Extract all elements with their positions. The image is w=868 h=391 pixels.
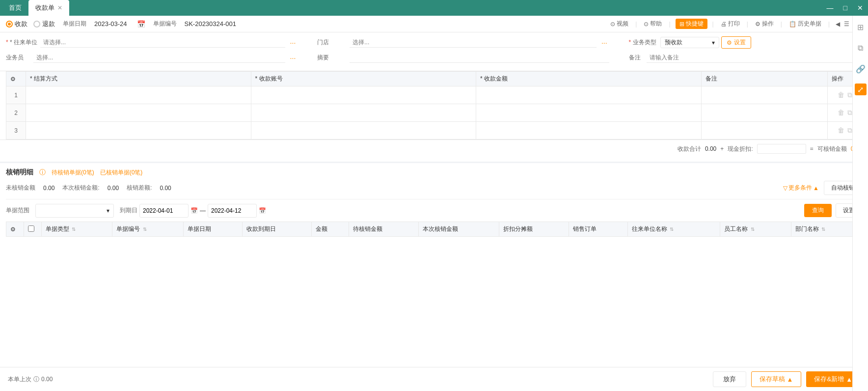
range-label: 单据范围 bbox=[6, 206, 29, 215]
calendar-to-icon[interactable]: 📅 bbox=[259, 207, 266, 214]
cell-amount-1[interactable] bbox=[476, 86, 702, 104]
summary-input[interactable] bbox=[350, 53, 609, 63]
shortcut-btn[interactable]: ⊞ 快捷键 bbox=[676, 19, 707, 29]
print-btn[interactable]: 🖨 打印 bbox=[719, 19, 742, 29]
operations-btn[interactable]: ⚙ 操作 bbox=[753, 19, 776, 29]
form-section: * * 往来单位 ··· 门店 ··· * 业务类型 预收款 ▾ bbox=[0, 32, 868, 71]
cell-account-2[interactable] bbox=[251, 104, 476, 122]
remark-label: 备注 bbox=[629, 54, 644, 62]
cell-account-1[interactable] bbox=[251, 86, 476, 104]
bottom-col-staff[interactable]: 员工名称 ⇅ bbox=[720, 222, 791, 237]
operations-label: 操作 bbox=[762, 20, 774, 28]
cell-remark-1[interactable] bbox=[701, 86, 828, 104]
window-maximize-btn[interactable]: □ bbox=[841, 3, 850, 13]
footer-label: 本单上次 bbox=[8, 375, 31, 384]
staff-more-btn[interactable]: ··· bbox=[288, 54, 298, 62]
bottom-col-settings[interactable]: ⚙ bbox=[6, 222, 24, 237]
sidebar-expand-icon[interactable]: ⤢ bbox=[855, 84, 867, 95]
bottom-col-partner[interactable]: 往来单位名称 ⇅ bbox=[627, 222, 720, 237]
unchecked-label: 未核销金额 bbox=[6, 184, 35, 192]
done-tab-link[interactable]: 已核销单据(0笔) bbox=[100, 168, 143, 177]
cell-amount-3[interactable] bbox=[476, 122, 702, 140]
layout-list-icon[interactable]: ☰ bbox=[843, 20, 850, 28]
info-icon[interactable]: ⓘ bbox=[39, 168, 46, 177]
row-delete-btn-2[interactable]: 🗑 bbox=[838, 109, 844, 117]
row-delete-btn-3[interactable]: 🗑 bbox=[838, 126, 844, 135]
bottom-col-docdate: 单据日期 bbox=[183, 222, 242, 237]
tab-close-icon[interactable]: ✕ bbox=[57, 4, 62, 11]
sidebar-attachment-icon[interactable]: 🔗 bbox=[854, 62, 868, 76]
row-delete-btn-1[interactable]: 🗑 bbox=[838, 91, 844, 99]
select-all-checkbox[interactable] bbox=[28, 225, 34, 232]
partner-label: * * 往来单位 bbox=[6, 38, 37, 47]
row-copy-btn-1[interactable]: ⧉ bbox=[847, 91, 852, 99]
cell-remark-2[interactable] bbox=[701, 104, 828, 122]
layout-prev-icon[interactable]: ◀ bbox=[835, 20, 841, 28]
form-row-1: * * 往来单位 ··· 门店 ··· * 业务类型 预收款 ▾ bbox=[6, 36, 862, 49]
radio-refund[interactable]: 退款 bbox=[33, 20, 55, 28]
table-row: 1 🗑 ⧉ bbox=[6, 86, 862, 104]
radio-collect[interactable]: 收款 bbox=[6, 20, 27, 28]
gear-icon: ⚙ bbox=[727, 39, 732, 46]
pending-tab-link[interactable]: 待核销单据(0笔) bbox=[52, 168, 94, 177]
reconcile-header: 核销明细 ⓘ 待核销单据(0笔) 已核销单据(0笔) bbox=[6, 168, 862, 177]
tab-receipt-label: 收款单 bbox=[35, 3, 54, 12]
window-minimize-btn[interactable]: — bbox=[824, 3, 837, 13]
date-to-input[interactable] bbox=[208, 204, 257, 218]
bottom-col-dept[interactable]: 部门名称 ⇅ bbox=[791, 222, 862, 237]
staff-input[interactable] bbox=[33, 53, 285, 63]
cell-settlement-1[interactable] bbox=[26, 86, 251, 104]
sidebar-table-icon[interactable]: ⊞ bbox=[855, 21, 866, 34]
plus-sign: + bbox=[720, 145, 724, 152]
col-settings-header[interactable]: ⚙ bbox=[6, 72, 26, 86]
col-settlement-header: * 结算方式 bbox=[26, 72, 251, 86]
query-btn[interactable]: 查询 bbox=[804, 204, 832, 217]
shop-label: 门店 bbox=[317, 38, 347, 47]
row-num-2: 2 bbox=[6, 104, 26, 122]
current-label: 本次核销金额: bbox=[62, 184, 99, 192]
shop-more-btn[interactable]: ··· bbox=[599, 39, 609, 47]
range-select[interactable]: ▾ bbox=[35, 204, 114, 218]
window-controls: — □ ✕ bbox=[824, 3, 866, 13]
window-close-btn[interactable]: ✕ bbox=[854, 3, 866, 13]
calendar-from-icon[interactable]: 📅 bbox=[190, 207, 198, 214]
cell-account-3[interactable] bbox=[251, 122, 476, 140]
tab-home-label: 首页 bbox=[9, 3, 22, 12]
cell-remark-3[interactable] bbox=[701, 122, 828, 140]
more-conditions-btn[interactable]: ▽ 更多条件 ▲ bbox=[783, 184, 819, 192]
tab-bar: 首页 收款单 ✕ — □ ✕ bbox=[0, 0, 868, 16]
bottom-col-docnum[interactable]: 单据编号 ⇅ bbox=[112, 222, 183, 237]
remark-input[interactable] bbox=[647, 53, 862, 63]
partner-input[interactable] bbox=[40, 37, 285, 48]
history-btn[interactable]: 📋 历史单据 bbox=[787, 19, 823, 29]
sidebar-layers-icon[interactable]: ⧉ bbox=[856, 42, 865, 55]
help-btn[interactable]: ⊙ 帮助 bbox=[642, 19, 664, 29]
verifiable-label: 可核销金额 bbox=[817, 145, 847, 153]
collect-total-value: 0.00 bbox=[705, 145, 716, 152]
tab-receipt[interactable]: 收款单 ✕ bbox=[28, 0, 69, 16]
tab-home[interactable]: 首页 bbox=[2, 0, 28, 16]
business-type-label: * 业务类型 bbox=[629, 38, 658, 47]
bottom-col-checkbox[interactable] bbox=[24, 222, 42, 237]
save-draft-btn[interactable]: 保存草稿 ▲ bbox=[751, 371, 802, 387]
abandon-btn[interactable]: 放弃 bbox=[713, 371, 746, 387]
settings-button[interactable]: ⚙ 设置 bbox=[721, 36, 751, 49]
business-type-select[interactable]: 预收款 ▾ bbox=[660, 37, 719, 48]
calendar-icon[interactable]: 📅 bbox=[137, 20, 145, 28]
row-copy-btn-2[interactable]: ⧉ bbox=[847, 109, 852, 117]
main-table: ⚙ * 结算方式 * 收款账号 * 收款金额 备注 操作 1 bbox=[6, 71, 862, 140]
diff-label: 核销差额: bbox=[127, 184, 152, 192]
discount-input[interactable] bbox=[757, 144, 806, 154]
bottom-col-doctype[interactable]: 单据类型 ⇅ bbox=[42, 222, 112, 237]
range-chevron-icon: ▾ bbox=[107, 207, 109, 214]
cell-amount-2[interactable] bbox=[476, 104, 702, 122]
partner-more-btn[interactable]: ··· bbox=[288, 39, 298, 47]
cell-settlement-2[interactable] bbox=[26, 104, 251, 122]
date-from-input[interactable] bbox=[139, 204, 189, 218]
shop-input[interactable] bbox=[350, 37, 597, 48]
row-copy-btn-3[interactable]: ⧉ bbox=[847, 126, 852, 135]
toolbar-right: ⊙ 视频 | ⊙ 帮助 | ⊞ 快捷键 | 🖨 打印 | ⚙ 操作 bbox=[608, 19, 862, 29]
cell-settlement-3[interactable] bbox=[26, 122, 251, 140]
radio-refund-label: 退款 bbox=[42, 20, 55, 28]
video-btn[interactable]: ⊙ 视频 bbox=[608, 19, 630, 29]
